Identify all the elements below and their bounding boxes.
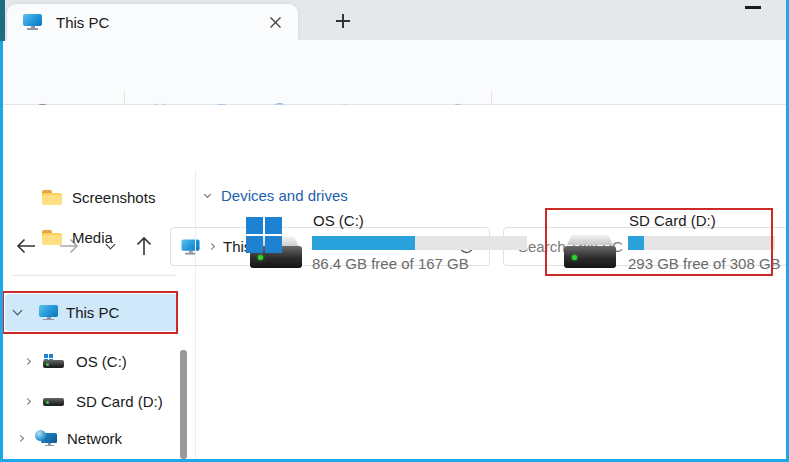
sidebar-item-label: Media (72, 229, 113, 246)
group-header-label: Devices and drives (221, 187, 348, 204)
sidebar-item-label: Network (67, 430, 122, 447)
new-tab-button[interactable] (331, 9, 355, 33)
address-row: This PC (3, 105, 786, 170)
minimize-button[interactable] (745, 6, 761, 9)
chevron-right-icon (17, 434, 24, 441)
tab-close-button[interactable] (262, 9, 288, 35)
drive-usage-bar (312, 236, 527, 250)
folder-icon (42, 189, 62, 205)
network-icon (35, 430, 58, 447)
window-border-left (0, 0, 3, 462)
chevron-right-icon (24, 397, 31, 404)
sidebar-scrollbar[interactable] (180, 350, 187, 459)
pane-divider (195, 170, 196, 459)
sidebar-item-os-c[interactable]: OS (C:) (10, 344, 182, 378)
folder-icon (42, 229, 62, 245)
sidebar-item-label: SD Card (D:) (76, 393, 163, 410)
group-header-devices-and-drives[interactable]: Devices and drives (205, 187, 348, 204)
annotation-box-sd-card (545, 208, 773, 276)
windows-logo-icon (246, 217, 283, 254)
os-drive-tile-icon[interactable] (242, 220, 308, 272)
toolbar: New (3, 40, 786, 105)
tab-this-pc[interactable]: This PC (7, 4, 298, 40)
sidebar-item-network[interactable]: Network (10, 421, 182, 455)
file-explorer-window: This PC New (0, 0, 789, 462)
sidebar-divider (12, 275, 176, 276)
chevron-down-icon (204, 190, 211, 197)
sidebar-item-sd-card-d[interactable]: SD Card (D:) (10, 384, 182, 418)
sidebar-item-screenshots[interactable]: Screenshots (10, 180, 178, 214)
breadcrumb-chevron-icon (208, 243, 215, 250)
this-pc-icon (23, 14, 42, 30)
sd-drive-icon (43, 394, 66, 409)
drive-name[interactable]: OS (C:) (313, 212, 364, 229)
window-border-corner (0, 0, 5, 41)
close-icon (269, 16, 282, 29)
tab-title: This PC (56, 14, 262, 31)
annotation-box-this-pc (2, 291, 178, 334)
os-drive-icon (43, 354, 66, 369)
drive-caption: 86.4 GB free of 167 GB (312, 255, 469, 272)
plus-icon (336, 14, 350, 28)
chevron-right-icon (24, 357, 31, 364)
tab-bar: This PC (3, 0, 786, 40)
sidebar-item-label: Screenshots (72, 189, 155, 206)
sidebar-item-media[interactable]: Media (10, 220, 178, 254)
this-pc-icon (181, 239, 199, 254)
drive-usage-fill (312, 236, 415, 250)
sidebar-item-label: OS (C:) (76, 353, 127, 370)
